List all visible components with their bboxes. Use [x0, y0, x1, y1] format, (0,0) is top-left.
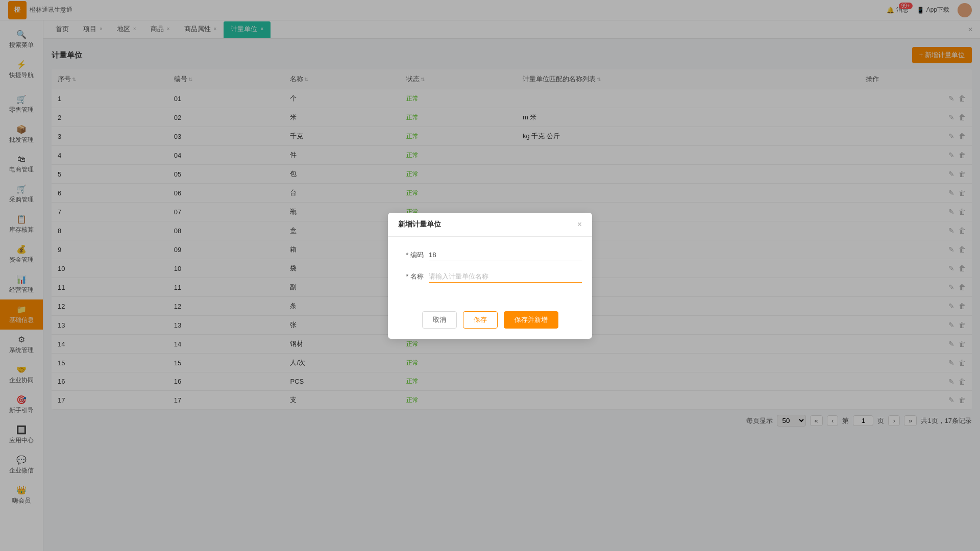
code-row: * 编码 [398, 249, 582, 261]
modal-header: 新增计量单位 × [388, 213, 592, 237]
save-button[interactable]: 保存 [463, 311, 498, 329]
name-row: * 名称 [398, 270, 582, 283]
cancel-button[interactable]: 取消 [422, 311, 457, 329]
modal-body: * 编码 * 名称 [388, 237, 592, 304]
name-label: * 名称 [398, 272, 429, 281]
save-and-new-button[interactable]: 保存并新增 [504, 311, 558, 329]
name-input[interactable] [429, 270, 582, 283]
modal-footer: 取消 保存 保存并新增 [388, 304, 592, 339]
code-input[interactable] [429, 249, 582, 261]
code-label: * 编码 [398, 251, 429, 260]
modal-overlay[interactable]: 新增计量单位 × * 编码 * 名称 取消 保存 保存并新增 [0, 0, 980, 551]
add-unit-modal: 新增计量单位 × * 编码 * 名称 取消 保存 保存并新增 [388, 213, 592, 339]
modal-close-button[interactable]: × [577, 220, 582, 229]
modal-title: 新增计量单位 [398, 220, 441, 229]
